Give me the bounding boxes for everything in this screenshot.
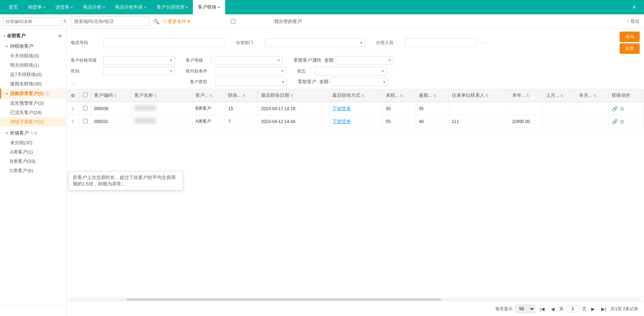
- sidebar-item-ungrouped[interactable]: 未分组(32): [0, 138, 66, 147]
- search-input[interactable]: [71, 16, 150, 26]
- group-value-customers[interactable]: ▼ 价值客户 ✎ ⚙: [0, 128, 66, 138]
- row-checkbox-2: [79, 115, 91, 128]
- nav-product-analysis[interactable]: 商品分析 ×: [78, 0, 110, 14]
- sort-method-icon[interactable]: ⇅: [361, 94, 364, 98]
- content-area: 🔍 ▽ 更多条件 ▾ 我分管的客户 ↑ 导出 电话号码 分管部门: [66, 14, 644, 316]
- sort-type-icon[interactable]: ⇅: [210, 94, 213, 98]
- page-first-btn[interactable]: |◀: [538, 306, 546, 312]
- sidebar-item-today[interactable]: 今天待联络(0): [0, 51, 66, 61]
- action-grid-icon-1[interactable]: ⊞: [620, 106, 624, 112]
- filter-search-icon[interactable]: 🔍: [153, 19, 159, 24]
- nav-product-list[interactable]: 商品分析列表 ×: [110, 0, 151, 14]
- sort-contact-icon[interactable]: ⇅: [242, 94, 245, 98]
- action-link-icon-2[interactable]: 🔗: [612, 119, 618, 124]
- sidebar-item-7days[interactable]: 近7天待联络(0): [0, 70, 66, 79]
- branch-dept-select[interactable]: [265, 38, 365, 47]
- nav-sales-close[interactable]: ×: [43, 5, 45, 9]
- sidebar-item-class-c[interactable]: C类客户(6): [0, 166, 66, 175]
- sort-lastmonth-icon[interactable]: ⇅: [560, 94, 563, 98]
- filter-row-2: 客户价格等级 客户等级 零散客户属性 全部: [71, 56, 640, 65]
- row-method-link-1[interactable]: 下销货单: [332, 106, 351, 111]
- page-next-btn[interactable]: ▶: [589, 306, 597, 312]
- scatter-customer-select[interactable]: [331, 77, 388, 86]
- more-conditions-btn[interactable]: ▽ 更多条件 ▾: [163, 18, 190, 25]
- status-select[interactable]: [315, 67, 387, 75]
- nav-purchase-close[interactable]: ×: [70, 5, 73, 9]
- sort-overdue-icon[interactable]: ⇅: [433, 94, 436, 98]
- group-abnormal-repurchase[interactable]: ▼ 回购异常客户(2) ⓘ: [0, 89, 66, 99]
- row-overdue-2: 48: [416, 115, 449, 128]
- row-year-1: [509, 102, 543, 115]
- scrollbar-thumb[interactable]: [126, 298, 441, 301]
- phone-label: 电话号码: [71, 40, 99, 46]
- nav-customer-tier-close[interactable]: ×: [186, 5, 188, 9]
- select-all-checkbox[interactable]: [83, 93, 88, 97]
- gender-select[interactable]: [103, 67, 175, 75]
- action-link-icon-1[interactable]: 🔗: [612, 106, 618, 112]
- page-number-input[interactable]: [566, 305, 579, 312]
- branch-person-label: 分管人员: [376, 40, 401, 46]
- group-pending-contact[interactable]: ▼ 待联络客户: [0, 41, 66, 51]
- setting-btn[interactable]: 设置: [620, 43, 640, 54]
- sort-name-icon[interactable]: ⇅: [154, 94, 157, 98]
- nav-product-list-close[interactable]: ×: [144, 5, 146, 9]
- my-customers-checkbox[interactable]: [194, 19, 273, 24]
- nav-purchase[interactable]: 进货单 ×: [50, 0, 78, 14]
- window-close-btn[interactable]: ×: [628, 4, 640, 11]
- th-code: 客户编码 ⇅: [91, 89, 131, 102]
- customer-type-select[interactable]: [215, 77, 287, 86]
- branch-person-input[interactable]: [405, 38, 477, 47]
- th-overdue: 逾期... ⇅: [416, 89, 449, 102]
- edit-value-icon[interactable]: ✎: [30, 131, 33, 136]
- row-1-checkbox[interactable]: [83, 106, 88, 110]
- sidebar-item-class-b[interactable]: B类客户(33): [0, 157, 66, 166]
- export-btn[interactable]: ↑ 导出: [627, 18, 640, 25]
- info-icon[interactable]: ⓘ: [45, 91, 49, 96]
- nav-home[interactable]: 首页: [4, 0, 23, 14]
- bottom-scrollbar[interactable]: [66, 297, 644, 301]
- settings-icon[interactable]: ⚙: [71, 93, 75, 98]
- sidebar-item-churn-warning[interactable]: 流失预警客户(3): [0, 99, 66, 108]
- sidebar-search-input[interactable]: [3, 17, 62, 26]
- page-prev-btn[interactable]: ◀: [549, 306, 556, 312]
- row-2-checkbox[interactable]: [83, 119, 88, 123]
- sort-person-icon[interactable]: ⇅: [486, 94, 488, 98]
- export-icon: ↑: [627, 19, 630, 24]
- row4-dots[interactable]: ...: [71, 79, 75, 85]
- row-lastmonth-1: [543, 102, 576, 115]
- nav-sales[interactable]: 销货单 ×: [23, 0, 50, 14]
- nav-product-close[interactable]: ×: [103, 5, 105, 9]
- row-method-link-2[interactable]: 下销货单: [332, 119, 351, 124]
- action-grid-icon-2[interactable]: ⊞: [620, 119, 624, 124]
- nav-customer-tier[interactable]: 客户分层经营 ×: [152, 0, 193, 14]
- customer-level-select[interactable]: [211, 56, 283, 65]
- query-btn[interactable]: 查询: [620, 32, 640, 42]
- sort-year-icon[interactable]: ⇅: [526, 94, 529, 98]
- branch-person-dots[interactable]: ···: [481, 40, 485, 46]
- sidebar-item-tomorrow[interactable]: 明天待联络(1): [0, 61, 66, 70]
- sort-uncontacted-icon[interactable]: ⇅: [400, 94, 403, 98]
- current-page-label: 第: [559, 306, 564, 312]
- payment-select[interactable]: [214, 67, 286, 75]
- nav-customer-contact-close[interactable]: ×: [218, 5, 220, 9]
- page-last-btn[interactable]: ▶|: [599, 306, 608, 312]
- sort-code-icon[interactable]: ⇅: [114, 94, 117, 98]
- setting-value-icon[interactable]: ⚙: [34, 131, 38, 136]
- price-level-select[interactable]: [103, 56, 175, 65]
- row-person-1: [449, 102, 509, 115]
- sidebar-item-declining[interactable]: 持续下滑客户(2): [0, 117, 66, 127]
- sort-date-icon[interactable]: ⇅: [290, 94, 293, 98]
- scatter-attr-select[interactable]: [336, 56, 393, 65]
- sidebar-item-class-a[interactable]: A类客户(1): [0, 147, 66, 157]
- page-size-select[interactable]: 50 100 200: [515, 305, 535, 313]
- phone-input[interactable]: [103, 38, 225, 47]
- sort-thismonth-icon[interactable]: ⇅: [593, 94, 596, 98]
- pagination-bar: 每页显示 50 100 200 |◀ ◀ 第 页 ▶ ▶| 共1页 2条记录: [66, 301, 644, 316]
- sidebar-item-overdue[interactable]: 逾期未联络(30): [0, 79, 66, 89]
- filter-actions: 查询 设置: [620, 32, 640, 54]
- sidebar-item-churned[interactable]: 已流失客户(24): [0, 108, 66, 117]
- customer-table: ⚙ 客户编码 ⇅ 客户名称: [66, 89, 644, 128]
- nav-customer-contact[interactable]: 客户联络 ×: [193, 0, 225, 14]
- collapse-all-btn[interactable]: ≫: [58, 33, 62, 38]
- sidebar-search-icon[interactable]: 🔍: [63, 19, 66, 24]
